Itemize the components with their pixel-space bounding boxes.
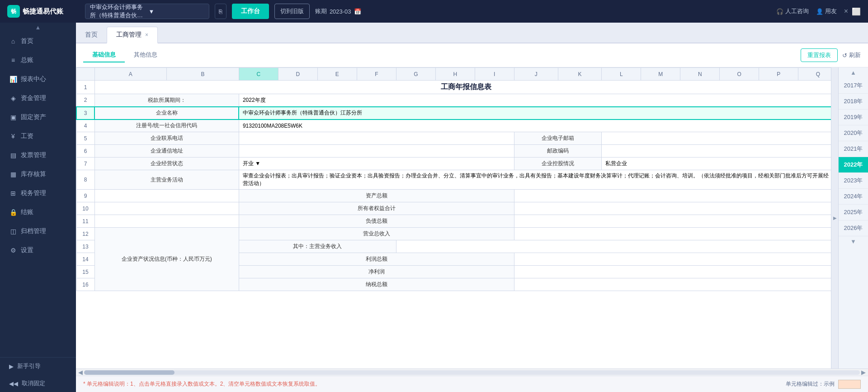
col-header-G: G: [396, 68, 435, 81]
year-panel-down[interactable]: ▼: [839, 236, 868, 247]
email-value-cell[interactable]: [602, 132, 838, 145]
company-name-cell[interactable]: 中审众环会计师事务所（特殊普通合伙）江苏分所: [239, 107, 838, 120]
scroll-thumb[interactable]: [84, 370, 175, 375]
period-value-cell[interactable]: 2022年度: [239, 94, 838, 107]
asset-icon: ▣: [9, 113, 17, 121]
email-label-cell: 企业电子邮箱: [514, 132, 602, 145]
biz-status-value-cell[interactable]: 开业 ▼: [239, 158, 514, 170]
dropdown-icon: ▼: [148, 8, 204, 15]
refresh-icon: ↺: [842, 52, 847, 59]
tab-active[interactable]: 工商管理 ×: [107, 27, 158, 43]
sidebar-item-asset[interactable]: ▣ 固定资产: [0, 108, 76, 127]
scroll-right-icon[interactable]: ▶: [860, 369, 867, 376]
maximize-icon[interactable]: ⬜: [852, 7, 861, 16]
year-item-2022[interactable]: 2022年: [839, 157, 868, 173]
archive-icon: ◫: [9, 227, 17, 235]
workbench-button[interactable]: 工作台: [232, 4, 269, 19]
sub-tab-other[interactable]: 其他信息: [125, 48, 166, 62]
main-layout: ▲ ⌂ 首页 ≡ 总账 📊 报表中心 ◈ 资金管理 ▣ 固定资产 ¥ 工资 ▤ …: [0, 23, 868, 392]
tab-close-icon[interactable]: ×: [145, 32, 148, 38]
sidebar-item-label: 首页: [21, 37, 33, 45]
postal-value-cell[interactable]: [602, 145, 838, 158]
reset-report-button[interactable]: 重置报表: [801, 48, 838, 62]
cell-label: 单元格编辑过：示例: [786, 380, 835, 388]
net-profit-label-cell: 净利润: [239, 266, 514, 278]
top-bar: 畅 畅捷通易代账 中审众环会计师事务所（特殊普通合伙… ▼ ⎘ 工作台 切到旧版…: [0, 0, 868, 23]
company-selector[interactable]: 中审众环会计师事务所（特殊普通合伙… ▼: [85, 4, 209, 19]
tax-total-value-cell[interactable]: [514, 278, 838, 291]
main-biz-value-cell[interactable]: 审查企业会计报表；出具审计报告；验证企业资本；出具验资报告；办理企业合并、分立、…: [239, 170, 838, 190]
year-item-2020[interactable]: 2020年: [839, 125, 868, 141]
row-num-6: 6: [76, 145, 94, 158]
reg-no-value-cell[interactable]: 91320100MA208E5W6K: [239, 120, 838, 132]
liability-value-cell[interactable]: [514, 215, 838, 228]
old-version-button[interactable]: 切到旧版: [274, 4, 310, 19]
year-item-2021[interactable]: 2021年: [839, 141, 868, 157]
sub-tab-other-label: 其他信息: [134, 51, 157, 58]
main-revenue-label-cell: 其中：主营业务收入: [239, 240, 396, 253]
sidebar-item-label: 归档管理: [21, 227, 46, 235]
sidebar-item-archive[interactable]: ◫ 归档管理: [0, 222, 76, 241]
user-button[interactable]: 👤 用友: [816, 7, 837, 15]
holding-value-cell[interactable]: 私营企业: [602, 158, 838, 170]
address-value-cell[interactable]: [239, 145, 514, 158]
sidebar-item-close-account[interactable]: 🔒 结账: [0, 203, 76, 222]
asset-status-label-cell: 企业资产状况信息(币种：人民币万元): [94, 228, 239, 291]
assets-value-cell[interactable]: [514, 190, 838, 202]
year-item-2023[interactable]: 2023年: [839, 173, 868, 189]
col-header-L: L: [602, 68, 641, 81]
close-window-icon[interactable]: ×: [844, 7, 848, 15]
spreadsheet-container[interactable]: A B C D E F G H I J K L: [76, 67, 838, 368]
year-item-2019[interactable]: 2019年: [839, 110, 868, 125]
sidebar-item-settings[interactable]: ⚙ 设置: [0, 241, 76, 260]
sidebar-item-ledger[interactable]: ≡ 总账: [0, 51, 76, 70]
year-panel-up[interactable]: ▲: [839, 67, 868, 78]
sidebar-item-invoice[interactable]: ▤ 发票管理: [0, 146, 76, 165]
sidebar-item-tax[interactable]: ⊞ 税务管理: [0, 184, 76, 203]
net-profit-value-cell[interactable]: [514, 266, 838, 278]
row-num-8: 8: [76, 170, 94, 190]
sidebar-item-unpin[interactable]: ◀◀ 取消固定: [0, 375, 76, 392]
sidebar-item-salary[interactable]: ¥ 工资: [0, 127, 76, 146]
profit-value-cell[interactable]: [514, 253, 838, 266]
tab-home[interactable]: 首页: [76, 27, 107, 43]
sidebar-item-fund[interactable]: ◈ 资金管理: [0, 89, 76, 108]
year-item-2018[interactable]: 2018年: [839, 94, 868, 110]
sub-tab-basic[interactable]: 基础信息: [83, 48, 125, 62]
footer-hint: * 单元格编辑说明：1、点击单元格直接录入数值或文本。2、清空单元格数值或文本恢…: [83, 380, 321, 388]
sidebar-item-home[interactable]: ⌂ 首页: [0, 32, 76, 51]
profit-label-cell: 利润总额: [239, 253, 514, 266]
horizontal-scrollbar[interactable]: ◀ ▶: [76, 368, 868, 376]
close-account-icon: 🔒: [9, 208, 17, 216]
guide-icon: ▶: [9, 363, 14, 370]
sidebar-item-report[interactable]: 📊 报表中心: [0, 70, 76, 89]
service-button[interactable]: 🎧 人工咨询: [776, 7, 809, 15]
window-controls: × ⬜: [844, 7, 861, 16]
sidebar-item-inventory[interactable]: ▦ 库存核算: [0, 165, 76, 184]
row-num-10: 10: [76, 202, 94, 215]
copy-button[interactable]: ⎘: [215, 4, 226, 19]
sidebar-scroll-up[interactable]: ▲: [0, 23, 76, 32]
title-cell[interactable]: 工商年报信息表: [94, 81, 838, 94]
sidebar: ▲ ⌂ 首页 ≡ 总账 📊 报表中心 ◈ 资金管理 ▣ 固定资产 ¥ 工资 ▤ …: [0, 23, 76, 392]
assets-label-cell: 资产总额: [239, 190, 514, 202]
year-item-2026[interactable]: 2026年: [839, 220, 868, 236]
equity-value-cell[interactable]: [514, 202, 838, 215]
year-item-2024[interactable]: 2024年: [839, 189, 868, 205]
phone-value-cell[interactable]: [239, 132, 514, 145]
sidebar-item-guide[interactable]: ▶ 新手引导: [0, 358, 76, 375]
row-num-1: 1: [76, 81, 94, 94]
col-header-H: H: [435, 68, 475, 81]
right-collapse-button[interactable]: ▶: [831, 67, 838, 368]
sidebar-bottom-label: 新手引导: [17, 362, 41, 370]
revenue-value-cell[interactable]: [514, 228, 838, 240]
year-item-2017[interactable]: 2017年: [839, 78, 868, 94]
calendar-icon[interactable]: 📅: [354, 8, 361, 15]
scroll-left-icon[interactable]: ◀: [77, 369, 84, 376]
refresh-button[interactable]: ↺ 刷新: [842, 51, 861, 59]
scroll-track[interactable]: [84, 370, 860, 375]
main-revenue-value-cell[interactable]: [396, 240, 838, 253]
inventory-icon: ▦: [9, 170, 17, 178]
row-num-2: 2: [76, 94, 94, 107]
year-item-2025[interactable]: 2025年: [839, 205, 868, 220]
